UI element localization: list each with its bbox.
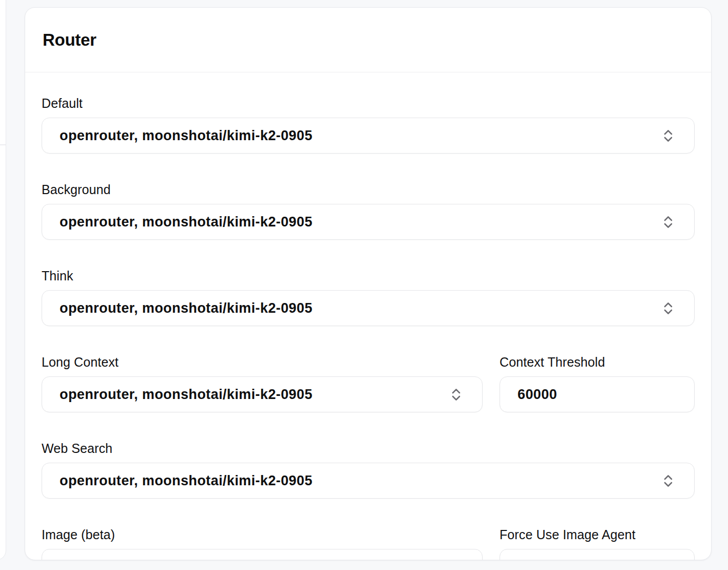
chevron-up-down-icon <box>663 474 674 488</box>
web-search-model-select[interactable]: openrouter, moonshotai/kimi-k2-0905 <box>42 463 695 499</box>
chevron-up-down-icon <box>663 215 674 229</box>
think-model-value: openrouter, moonshotai/kimi-k2-0905 <box>60 300 313 316</box>
force-image-agent-field: Force Use Image Agent <box>500 527 695 560</box>
default-field: Default openrouter, moonshotai/kimi-k2-0… <box>42 96 695 154</box>
think-label: Think <box>42 269 695 283</box>
context-threshold-field: Context Threshold <box>500 355 695 412</box>
long-context-label: Long Context <box>42 355 483 369</box>
background-field: Background openrouter, moonshotai/kimi-k… <box>42 182 695 240</box>
background-label: Background <box>42 182 695 197</box>
default-model-select[interactable]: openrouter, moonshotai/kimi-k2-0905 <box>42 118 695 154</box>
web-search-model-value: openrouter, moonshotai/kimi-k2-0905 <box>60 473 313 489</box>
think-field: Think openrouter, moonshotai/kimi-k2-090… <box>42 269 695 326</box>
default-model-value: openrouter, moonshotai/kimi-k2-0905 <box>60 128 313 144</box>
context-threshold-input[interactable] <box>500 376 695 412</box>
adjacent-card-edge <box>0 0 6 560</box>
router-card-body: Default openrouter, moonshotai/kimi-k2-0… <box>25 72 711 560</box>
image-label: Image (beta) <box>42 527 483 542</box>
long-context-row: Long Context openrouter, moonshotai/kimi… <box>42 355 695 412</box>
image-field: Image (beta) <box>42 527 483 560</box>
force-image-agent-label: Force Use Image Agent <box>500 527 695 542</box>
web-search-field: Web Search openrouter, moonshotai/kimi-k… <box>42 441 695 499</box>
image-model-select[interactable] <box>42 549 483 560</box>
chevron-up-down-icon <box>663 129 674 143</box>
long-context-model-select[interactable]: openrouter, moonshotai/kimi-k2-0905 <box>42 376 483 412</box>
long-context-field: Long Context openrouter, moonshotai/kimi… <box>42 355 483 412</box>
chevron-up-down-icon <box>451 560 462 561</box>
router-card-title: Router <box>43 30 97 50</box>
chevron-up-down-icon <box>451 388 462 402</box>
web-search-label: Web Search <box>42 441 695 455</box>
think-model-select[interactable]: openrouter, moonshotai/kimi-k2-0905 <box>42 290 695 326</box>
router-card: Router Default openrouter, moonshotai/ki… <box>25 7 712 560</box>
default-label: Default <box>42 96 695 110</box>
router-card-header: Router <box>25 8 711 72</box>
background-model-value: openrouter, moonshotai/kimi-k2-0905 <box>60 214 313 230</box>
router-settings-page: Router Default openrouter, moonshotai/ki… <box>0 0 728 570</box>
context-threshold-label: Context Threshold <box>500 355 695 369</box>
force-image-agent-input[interactable] <box>500 549 695 560</box>
image-row: Image (beta) Force Use Image Agent <box>42 527 695 560</box>
background-model-select[interactable]: openrouter, moonshotai/kimi-k2-0905 <box>42 204 695 240</box>
chevron-up-down-icon <box>663 301 674 315</box>
long-context-model-value: openrouter, moonshotai/kimi-k2-0905 <box>60 387 313 403</box>
adjacent-card-divider <box>0 144 6 145</box>
